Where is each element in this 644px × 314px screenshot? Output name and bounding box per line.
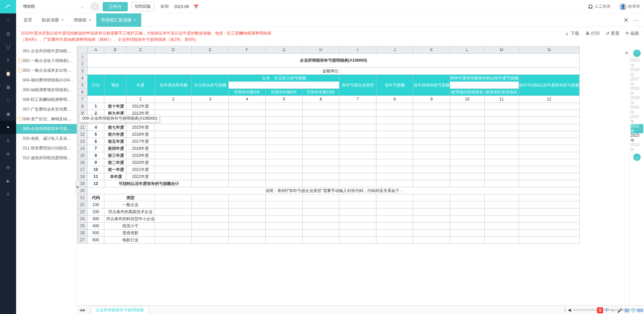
download-icon: ⭳ bbox=[565, 30, 569, 37]
period-value[interactable]: 2023-09 bbox=[174, 4, 189, 9]
year-down-button[interactable]: ⌄ bbox=[633, 153, 641, 161]
year-button[interactable]: 2024年 bbox=[631, 143, 643, 152]
sheet-nav-prev[interactable]: ▶ bbox=[83, 308, 86, 312]
tree-item[interactable]: 002-一般企业收入明细表(A… bbox=[16, 56, 77, 66]
warning-text: 2019年度涉及取以前年度结转数据的申报表单元格需要手工维护正确，才能保证本年及… bbox=[21, 30, 272, 43]
tabs-more[interactable]: ⋯ bbox=[633, 16, 639, 24]
video-icon[interactable]: ▶ bbox=[0, 174, 16, 188]
print-button[interactable]: 🖶打印 bbox=[585, 30, 600, 37]
left-sidebar: ⌂ ▤ ╲╱ ⚱ 📋 ▦ ⎕ ▣ ✦ ⎘ ✉ ⚙ ▶ V bbox=[0, 0, 16, 314]
year-button[interactable]: 2023年 bbox=[631, 133, 643, 143]
sheet-area[interactable]: 009-企业所得税弥补亏损明细表(A106000) ABCDEFGHIJKLMN… bbox=[77, 46, 629, 314]
tabs-bar: 首页 税表清册✕ 增值税✕ 所得税汇算清缴✕ ✕ ⋯ bbox=[16, 13, 644, 27]
sheet-nav-first[interactable]: ◀ bbox=[79, 308, 82, 312]
switch-old-button[interactable]: 切到旧版 bbox=[131, 2, 155, 11]
mail-icon[interactable]: ✉ bbox=[0, 147, 16, 161]
tree-item[interactable]: 009-企业所得税弥补亏损明… bbox=[16, 124, 77, 134]
collapse-tree-handle[interactable]: ◀ bbox=[75, 180, 79, 194]
chart-icon[interactable]: ╲╱ bbox=[0, 40, 16, 54]
tab-tax-list[interactable]: 税表清册✕ bbox=[37, 13, 69, 27]
year-button[interactable]: 2021年 bbox=[631, 115, 643, 124]
tree-item[interactable]: 005-纳税调整项目明细表(A1… bbox=[16, 85, 77, 95]
ime-bar: S 中 •, 🎤 🖼 👕 ⌨ bbox=[597, 307, 643, 313]
image-icon[interactable]: ▣ bbox=[0, 107, 16, 121]
clipboard-icon[interactable]: 📋 bbox=[0, 67, 16, 80]
year-up-button[interactable]: ⌃ bbox=[633, 50, 641, 57]
tab-income-tax[interactable]: 所得税汇算清缴✕ bbox=[96, 13, 141, 27]
warning-row: 2019年度涉及取以前年度结转数据的申报表单元格需要手工维护正确，才能保证本年及… bbox=[16, 27, 644, 46]
year-button[interactable]: 2017年 bbox=[631, 77, 643, 86]
logo-icon[interactable] bbox=[0, 0, 16, 13]
avatar-icon: 👤 bbox=[619, 3, 627, 10]
tree-item[interactable]: 001-企业所得税年度纳税申… bbox=[16, 46, 77, 56]
year-button[interactable]: 2015年 bbox=[631, 58, 643, 68]
ime-pic-icon[interactable]: 🖼 bbox=[624, 308, 629, 313]
tabs-close-all[interactable]: ✕ bbox=[624, 16, 629, 24]
year-button[interactable]: 2022年 bbox=[631, 124, 643, 133]
home-icon[interactable]: ⌂ bbox=[0, 13, 16, 27]
ime-skin-icon[interactable]: 👕 bbox=[631, 308, 636, 313]
tree-item[interactable]: 008-资产折旧、摊销及纳税… bbox=[16, 114, 77, 124]
period-label: 账期 bbox=[161, 4, 169, 9]
reset-button[interactable]: ↺重置 bbox=[606, 30, 620, 37]
close-icon[interactable]: ✕ bbox=[133, 18, 137, 22]
expand-panel-handle[interactable]: ▶ bbox=[625, 48, 629, 58]
sheet-tab[interactable]: 企业所得税弥补亏损明细表 bbox=[91, 306, 149, 314]
ime-punct-icon[interactable]: •, bbox=[610, 308, 616, 313]
tree-item[interactable]: 012-减免所得税优惠明细表(… bbox=[16, 153, 77, 163]
tree-item[interactable]: 004-期间费用明细表(A1040… bbox=[16, 75, 77, 85]
download-button[interactable]: ⭳下载 bbox=[565, 30, 579, 37]
footer-sep: ⁞ bbox=[565, 308, 566, 312]
refresh-button[interactable]: ⟳刷新 bbox=[626, 30, 639, 37]
user-menu[interactable]: 👤徐泽华 bbox=[619, 3, 640, 10]
tree-item[interactable]: 011-研发费用加计扣除优惠… bbox=[16, 143, 77, 153]
reset-icon: ↺ bbox=[606, 30, 609, 37]
refresh-circle-icon[interactable]: ≡ bbox=[91, 2, 99, 11]
headset-icon: 🎧 bbox=[588, 4, 593, 9]
sheet-footer: ◀ ▶ 企业所得税弥补亏损明细表 ⁞ ◀ bbox=[77, 305, 644, 314]
chevron-down-icon: ⌄ bbox=[80, 4, 85, 9]
gear-icon[interactable]: ⚙ bbox=[0, 161, 16, 174]
refresh-icon: ⟳ bbox=[626, 30, 629, 37]
close-icon[interactable]: ✕ bbox=[89, 18, 92, 22]
year-button[interactable]: 2019年 bbox=[631, 96, 643, 105]
ime-keyboard-icon[interactable]: ⌨ bbox=[637, 308, 643, 313]
tree-item[interactable]: 010-免税、减计收入及加计… bbox=[16, 134, 77, 143]
current-module-icon[interactable]: ✦ bbox=[0, 121, 16, 134]
scroll-left-icon[interactable]: ◀ bbox=[568, 308, 571, 312]
tree-tooltip: 009-企业所得税弥补亏损明细表(A106000) bbox=[80, 115, 160, 122]
tree-item[interactable]: 007-广告费和业务宣传费跨… bbox=[16, 105, 77, 114]
ime-sogou-icon[interactable]: S bbox=[597, 307, 603, 313]
tree-item[interactable]: 006-职工薪酬纳税调整明细… bbox=[16, 95, 77, 105]
tax-type-dropdown[interactable]: 增值税 ⌄ bbox=[20, 2, 87, 11]
bag-icon[interactable]: ⚱ bbox=[0, 54, 16, 67]
topbar: 增值税 ⌄ ≡ 工作台 切到旧版 账期 2023-09 📅 🎧人工咨询 👤徐泽华 bbox=[16, 0, 644, 13]
template-icon[interactable]: ⎕ bbox=[0, 94, 16, 107]
tree-item[interactable]: 003-一般企业成本支出明细… bbox=[16, 66, 77, 75]
report-tree: 001-企业所得税年度纳税申…002-一般企业收入明细表(A…003-一般企业成… bbox=[16, 46, 77, 314]
year-button[interactable]: 2016年 bbox=[631, 68, 643, 77]
tab-home[interactable]: 首页 bbox=[19, 13, 37, 27]
ime-mic-icon[interactable]: 🎤 bbox=[617, 308, 623, 313]
year-button[interactable]: 2018年 bbox=[631, 86, 643, 96]
v-icon[interactable]: V bbox=[0, 188, 16, 201]
spreadsheet[interactable]: ABCDEFGHIJKLMN1企业所得税弥补亏损明细表(A106000)23金额… bbox=[77, 46, 580, 244]
year-rail: ⌃ 2015年2016年2017年2018年2019年2020年2021年202… bbox=[629, 46, 644, 314]
tab-vat[interactable]: 增值税✕ bbox=[69, 13, 96, 27]
print-icon: 🖶 bbox=[585, 30, 590, 37]
workspace-button[interactable]: 工作台 bbox=[103, 2, 128, 11]
year-button[interactable]: 2020年 bbox=[631, 105, 643, 115]
doc-icon[interactable]: ▤ bbox=[0, 27, 16, 40]
ime-lang[interactable]: 中 bbox=[604, 307, 609, 313]
export-icon[interactable]: ⎘ bbox=[0, 134, 16, 147]
report-icon[interactable]: ▦ bbox=[0, 80, 16, 94]
dropdown-value: 增值税 bbox=[23, 4, 35, 9]
calendar-icon[interactable]: 📅 bbox=[194, 4, 199, 9]
close-icon[interactable]: ✕ bbox=[61, 18, 64, 22]
consult-link[interactable]: 🎧人工咨询 bbox=[588, 4, 610, 9]
